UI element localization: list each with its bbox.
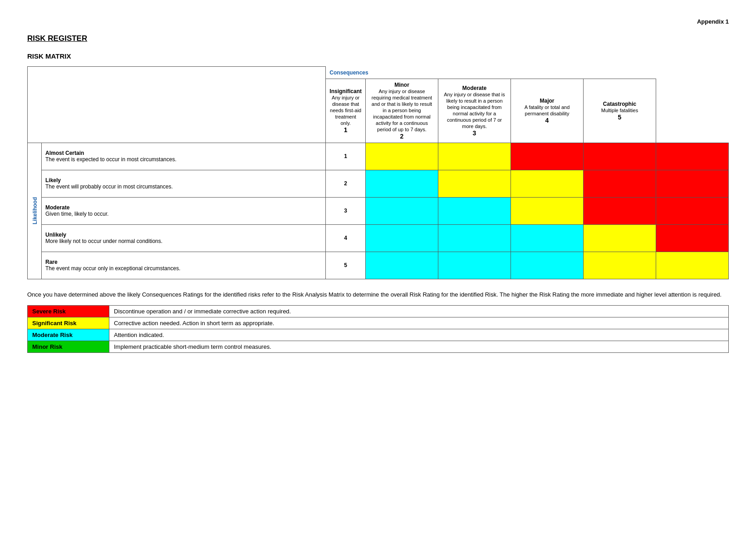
matrix-cell-3-4 <box>656 224 729 252</box>
matrix-cell-0-4 <box>656 143 729 170</box>
matrix-cell-3-0 <box>366 224 438 252</box>
appendix-label: Appendix 1 <box>27 18 729 25</box>
matrix-cell-3-3 <box>584 224 656 252</box>
matrix-cell-1-2 <box>511 170 584 197</box>
matrix-cell-1-1 <box>438 170 511 197</box>
row-num-4: 5 <box>326 252 366 279</box>
matrix-cell-2-0 <box>366 197 438 224</box>
matrix-cell-3-2 <box>511 224 584 252</box>
legend-label-1: Significant Risk <box>28 317 109 329</box>
matrix-cell-0-0 <box>366 143 438 170</box>
legend-desc-0: Discontinue operation and / or immediate… <box>109 306 729 317</box>
matrix-cell-4-2 <box>511 252 584 279</box>
matrix-cell-1-0 <box>366 170 438 197</box>
consequences-header: Consequences <box>326 67 656 79</box>
section-title: RISK MATRIX <box>27 52 729 60</box>
matrix-cell-0-3 <box>584 143 656 170</box>
legend-label-2: Moderate Risk <box>28 329 109 341</box>
explanation-text: Once you have determined above the likel… <box>27 290 729 299</box>
likelihood-header: Likelihood <box>28 143 42 279</box>
col-header-0: InsignificantAny injury or disease that … <box>326 79 366 143</box>
row-num-0: 1 <box>326 143 366 170</box>
matrix-cell-0-2 <box>511 143 584 170</box>
legend-desc-3: Implement practicable short-medium term … <box>109 341 729 353</box>
row-num-3: 4 <box>326 224 366 252</box>
legend-desc-1: Corrective action needed. Action in shor… <box>109 317 729 329</box>
matrix-cell-2-2 <box>511 197 584 224</box>
row-label-4: RareThe event may occur only in exceptio… <box>42 252 326 279</box>
matrix-cell-1-4 <box>656 170 729 197</box>
matrix-cell-0-1 <box>438 143 511 170</box>
row-num-1: 2 <box>326 170 366 197</box>
legend-label-3: Minor Risk <box>28 341 109 353</box>
page-title: RISK REGISTER <box>27 34 729 43</box>
matrix-cell-3-1 <box>438 224 511 252</box>
legend-label-0: Severe Risk <box>28 306 109 317</box>
col-header-4: CatastrophicMultiple fatalities5 <box>584 79 656 143</box>
row-label-1: LikelyThe event will probably occur in m… <box>42 170 326 197</box>
matrix-cell-4-1 <box>438 252 511 279</box>
matrix-cell-4-0 <box>366 252 438 279</box>
row-label-0: Almost CertainThe event is expected to o… <box>42 143 326 170</box>
matrix-cell-1-3 <box>584 170 656 197</box>
col-header-2: ModerateAny injury or disease that is li… <box>438 79 511 143</box>
matrix-cell-2-1 <box>438 197 511 224</box>
matrix-cell-2-4 <box>656 197 729 224</box>
col-header-1: MinorAny injury or disease requiring med… <box>366 79 438 143</box>
matrix-cell-4-3 <box>584 252 656 279</box>
matrix-cell-2-3 <box>584 197 656 224</box>
row-label-3: UnlikelyMore likely not to occur under n… <box>42 224 326 252</box>
row-num-2: 3 <box>326 197 366 224</box>
legend-table: Severe RiskDiscontinue operation and / o… <box>27 305 729 353</box>
row-label-2: ModerateGiven time, likely to occur. <box>42 197 326 224</box>
legend-desc-2: Attention indicated. <box>109 329 729 341</box>
matrix-cell-4-4 <box>656 252 729 279</box>
col-header-3: MajorA fatality or total and permanent d… <box>511 79 584 143</box>
risk-matrix-table: ConsequencesInsignificantAny injury or d… <box>27 66 729 279</box>
